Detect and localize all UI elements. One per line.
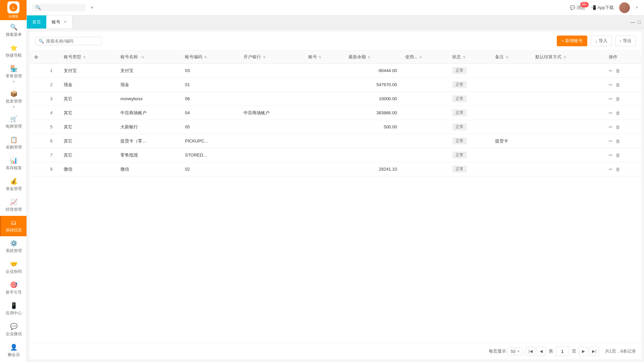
tab-account[interactable]: 账号 ✕ [46,15,72,28]
sidebar-item-label: 新手引导 [6,290,22,295]
delete-button[interactable]: 🗑 [615,138,620,144]
export-label: 导出 [623,38,632,44]
sidebar-item-agreement[interactable]: 🤝 企业协同 [0,257,26,278]
page-size-select-box[interactable]: 50 ▼ [507,348,523,355]
export-button[interactable]: ↑ 导出 [615,36,636,46]
tab-minimize-icon[interactable]: — [631,19,635,25]
row-type-cell: 其它 [60,106,116,120]
tab-bar-actions: — □ [627,15,644,28]
col-header-usage[interactable]: 使用... ⇅ [401,51,448,64]
page-number-input[interactable] [556,347,569,356]
edit-button[interactable]: ✏ [609,138,613,144]
delete-button[interactable]: 🗑 [615,96,620,102]
app-download-label: App下载 [597,5,614,11]
delete-button[interactable]: 🗑 [615,68,620,73]
sidebar-item-wechat[interactable]: 💬 企业微信 [0,319,26,340]
edit-button[interactable]: ✏ [609,96,613,102]
sidebar-item-ecommerce[interactable]: 🛒 电商管理 [0,112,26,133]
row-default-settle-cell [531,134,604,148]
delete-button[interactable]: 🗑 [615,82,620,87]
sidebar-item-basic-info[interactable]: 🗂 基础信息 [0,216,26,236]
row-index-cell: 7 [43,148,60,162]
row-action-cell: ✏ 🗑 [605,64,641,78]
sidebar-item-operations[interactable]: 📈 经营管理 [0,195,26,216]
header-left: 🔍 ▼ [32,4,94,11]
logo-text: 乐惠版 [8,14,18,19]
row-gear-cell [30,162,43,176]
col-header-account[interactable]: 账号 ⇅ [304,51,344,64]
delete-button[interactable]: 🗑 [615,167,620,172]
col-header-code[interactable]: 账号编码 ⇅ [181,51,239,64]
sidebar-item-guide[interactable]: 🎯 新手引导 [0,278,26,299]
col-header-default-settle[interactable]: 默认结算方式 ⇅ [531,51,604,64]
message-button[interactable]: 💬 消息 99+ [570,5,585,11]
tab-close-icon[interactable]: ✕ [64,20,67,24]
search-field-wrap[interactable]: 🔍 [35,37,102,45]
next-page-button[interactable]: ▶ [579,347,588,356]
row-action-cell: ✏ 🗑 [605,162,641,176]
sidebar-item-member[interactable]: 👤 畅会员 [0,340,26,361]
col-header-type[interactable]: 账号类型 ⇅ [60,51,116,64]
sidebar-item-finance[interactable]: 💰 资金管理 [0,174,26,195]
last-page-button[interactable]: ▶| [590,347,599,356]
pagination: 每页显示 50 ▼ |◀ ◀ 第 页 ▶ ▶| 共1页，8条记录 [30,343,641,359]
row-code-cell: 03 [181,64,239,78]
sort-bank-icon: ⇅ [263,55,266,59]
col-header-action: 操作 [605,51,641,64]
delete-button[interactable]: 🗑 [615,153,620,158]
page-size-selector: 每页显示 50 ▼ [489,348,523,355]
content-area: 🔍 + 新增账号 ↓ 导入 ↑ 导出 [30,32,641,359]
top-search[interactable]: 🔍 [32,4,86,11]
add-account-button[interactable]: + 新增账号 [557,36,587,46]
sidebar-item-app-center[interactable]: 📱 应用中心 [0,299,26,319]
row-code-cell: 01 [181,78,239,92]
col-header-remark[interactable]: 备注 ⇅ [491,51,531,64]
edit-button[interactable]: ✏ [609,110,613,116]
first-page-button[interactable]: |◀ [526,347,535,356]
tab-home[interactable]: 首页 [27,15,46,28]
sidebar-item-system[interactable]: ⚙️ 系统管理 [0,236,26,257]
sidebar-item-wholesale[interactable]: 📦 批发管理 ▼ [0,87,26,112]
sidebar-item-label: 企业协同 [6,269,22,275]
row-gear-cell [30,134,43,148]
user-avatar[interactable] [619,2,630,13]
col-header-status[interactable]: 状态 ⇅ [448,51,491,64]
tab-maximize-icon[interactable]: □ [638,19,641,25]
search-input[interactable] [46,39,96,44]
sidebar-item-purchase[interactable]: 📋 采购管理 [0,133,26,154]
sidebar-item-label: 基础信息 [6,227,22,233]
sidebar-item-search-menu[interactable]: 🔍 搜索菜单 [0,20,26,41]
col-header-bank[interactable]: 开户银行 ⇅ [239,51,304,64]
row-bank-cell: 中百商场账户 [239,106,304,120]
sidebar-item-inventory[interactable]: 📊 库存核算 [0,154,26,174]
col-header-gear[interactable]: ⚙ [30,51,43,64]
app-download-button[interactable]: 📲 App下载 [591,5,614,11]
sidebar-item-quick-nav[interactable]: ⭐ 快捷导航 [0,41,26,62]
col-header-name[interactable]: 账号名称 ↑⇅ [116,51,181,64]
logo: L 乐惠版 [0,0,27,20]
row-type-cell: 现金 [60,78,116,92]
row-index-cell: 3 [43,92,60,106]
edit-button[interactable]: ✏ [609,153,613,158]
edit-button[interactable]: ✏ [609,124,613,130]
row-balance-cell: 547670.00 [344,78,401,92]
sort-name-icon: ↑⇅ [140,55,144,59]
row-code-cell: 06 [181,92,239,106]
row-usage-cell [401,106,448,120]
user-dropdown-icon[interactable]: ▼ [635,6,639,9]
row-bank-cell [239,148,304,162]
header-dropdown-arrow-icon[interactable]: ▼ [90,5,94,10]
row-account-cell [304,162,344,176]
row-account-cell [304,92,344,106]
col-header-balance[interactable]: 最新余额 ⇅ [344,51,401,64]
top-search-icon: 🔍 [36,5,41,10]
import-button[interactable]: ↓ 导入 [591,36,612,46]
sidebar-item-retail[interactable]: 🏪 零售管理 ▼ [0,62,26,87]
delete-button[interactable]: 🗑 [615,124,620,130]
delete-button[interactable]: 🗑 [615,110,620,116]
edit-button[interactable]: ✏ [609,167,613,172]
prev-page-button[interactable]: ◀ [537,347,546,356]
edit-button[interactable]: ✏ [609,68,613,73]
col-default-settle-label: 默认结算方式 [535,54,561,59]
edit-button[interactable]: ✏ [609,82,613,87]
